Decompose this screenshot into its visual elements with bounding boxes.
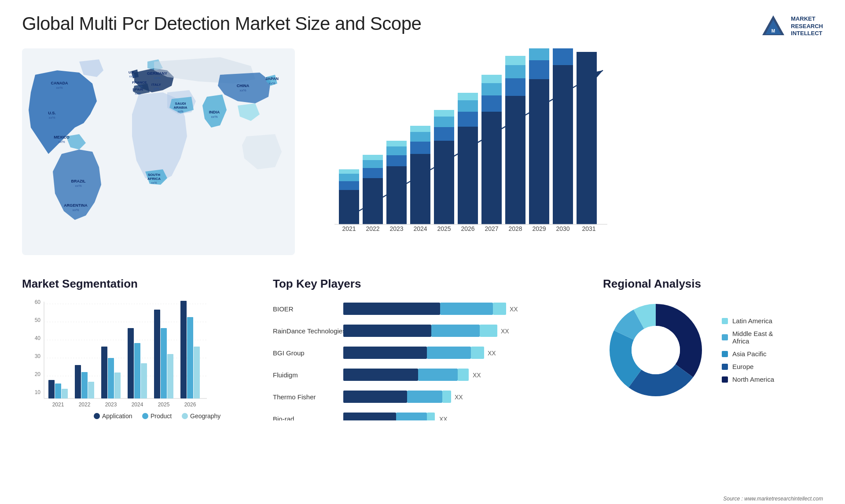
middle-east-color (722, 334, 728, 340)
svg-text:xx%: xx% (135, 92, 140, 95)
svg-rect-73 (481, 112, 502, 224)
svg-rect-76 (481, 75, 502, 83)
svg-text:AFRICA: AFRICA (147, 177, 161, 181)
svg-rect-168 (343, 413, 396, 420)
page-container: Global Multi Pcr Detection Market Size a… (0, 0, 845, 504)
svg-rect-153 (343, 347, 427, 359)
svg-text:xx%: xx% (58, 140, 65, 144)
svg-text:xx%: xx% (151, 181, 157, 184)
svg-rect-80 (505, 56, 525, 65)
svg-point-136 (94, 413, 100, 419)
svg-text:Product: Product (151, 413, 172, 420)
svg-rect-53 (363, 178, 383, 224)
svg-rect-165 (442, 391, 451, 403)
main-grid: CANADA xx% U.S. xx% MEXICO xx% BRAZIL xx… (22, 48, 823, 422)
svg-rect-160 (458, 369, 469, 381)
svg-text:2025: 2025 (158, 402, 170, 408)
svg-text:2022: 2022 (79, 402, 91, 408)
svg-rect-70 (458, 112, 478, 127)
svg-text:FRANCE: FRANCE (132, 80, 147, 84)
svg-text:MEXICO: MEXICO (54, 135, 70, 139)
segmentation-title: Market Segmentation (22, 277, 251, 291)
svg-rect-119 (108, 358, 114, 398)
players-chart-svg: BIOER XX RainDance Technologies XX BGI G… (273, 297, 519, 420)
segmentation-chart-svg: 60 50 40 30 20 10 (22, 297, 233, 420)
regional-title: Regional Analysis (603, 277, 823, 291)
svg-text:xx%: xx% (211, 115, 217, 119)
svg-text:xx%: xx% (72, 208, 79, 212)
svg-rect-50 (339, 181, 359, 190)
asia-pacific-color (722, 351, 728, 357)
svg-text:BRAZIL: BRAZIL (71, 179, 86, 183)
svg-rect-72 (458, 93, 478, 100)
svg-rect-163 (343, 391, 407, 403)
svg-rect-116 (81, 372, 88, 398)
svg-rect-123 (141, 363, 147, 398)
svg-text:INDIA: INDIA (209, 110, 220, 114)
header: Global Multi Pcr Detection Market Size a… (22, 13, 823, 40)
svg-rect-66 (434, 127, 454, 141)
players-title: Top Key Players (273, 277, 581, 291)
svg-rect-155 (471, 347, 484, 359)
svg-rect-81 (529, 79, 549, 224)
main-bar-chart-svg: XX XX XX XX XX XX XX XX XX XX XX (317, 48, 616, 255)
svg-rect-127 (180, 301, 187, 398)
svg-rect-56 (363, 155, 383, 160)
svg-text:2023: 2023 (105, 402, 117, 408)
svg-text:xx%: xx% (56, 86, 62, 90)
latin-america-color (722, 318, 728, 324)
bottom-grid: Market Segmentation 60 50 40 30 20 10 (22, 277, 823, 422)
svg-text:2031: 2031 (582, 225, 595, 232)
svg-rect-78 (505, 78, 525, 96)
svg-point-140 (182, 413, 188, 419)
page-title: Global Multi Pcr Detection Market Size a… (22, 13, 421, 34)
svg-rect-61 (410, 154, 430, 224)
donut-chart-svg (603, 297, 709, 403)
players-section: Top Key Players BIOER XX RainDance Techn… (264, 277, 590, 422)
svg-rect-112 (48, 380, 55, 398)
svg-rect-86 (577, 52, 597, 224)
logo-icon: M (760, 13, 786, 40)
svg-rect-58 (386, 155, 407, 166)
svg-rect-121 (128, 328, 134, 398)
svg-rect-150 (480, 325, 497, 337)
svg-rect-113 (55, 383, 61, 398)
svg-rect-149 (431, 325, 480, 337)
svg-rect-75 (481, 83, 502, 95)
svg-text:GERMANY: GERMANY (147, 71, 167, 76)
svg-rect-65 (434, 141, 454, 224)
svg-text:xx%: xx% (154, 76, 160, 80)
legend-middle-east-africa: Middle East &Africa (722, 330, 774, 345)
svg-text:U.S.: U.S. (48, 111, 56, 115)
north-america-color (722, 376, 728, 383)
svg-text:xx%: xx% (268, 81, 275, 85)
segmentation-section: Market Segmentation 60 50 40 30 20 10 (22, 277, 251, 422)
svg-rect-67 (434, 117, 454, 127)
svg-rect-164 (407, 391, 442, 403)
svg-rect-144 (440, 303, 493, 315)
svg-rect-148 (343, 325, 431, 337)
svg-text:2024: 2024 (132, 402, 143, 408)
svg-text:RainDance Technologies: RainDance Technologies (273, 327, 346, 335)
svg-text:60: 60 (35, 299, 41, 305)
europe-color (722, 364, 728, 370)
svg-text:2028: 2028 (508, 225, 522, 232)
svg-text:ARABIA: ARABIA (173, 106, 187, 110)
logo-area: M MARKET RESEARCH INTELLECT (760, 13, 823, 40)
svg-text:XX: XX (488, 350, 496, 357)
svg-rect-63 (410, 132, 430, 142)
donut-legend: Latin America Middle East &Africa Asia P… (722, 317, 774, 383)
svg-text:xx%: xx% (177, 110, 183, 113)
svg-rect-54 (363, 168, 383, 178)
svg-rect-118 (101, 347, 107, 398)
donut-container: Latin America Middle East &Africa Asia P… (603, 297, 823, 403)
svg-text:SOUTH: SOUTH (148, 173, 160, 177)
svg-rect-145 (493, 303, 506, 315)
svg-text:2026: 2026 (184, 402, 196, 408)
svg-rect-128 (187, 317, 193, 398)
svg-text:SAUDI: SAUDI (175, 102, 186, 106)
svg-text:Geography: Geography (190, 413, 220, 420)
svg-text:SPAIN: SPAIN (132, 88, 143, 91)
svg-rect-143 (343, 303, 440, 315)
legend-north-america: North America (722, 376, 774, 383)
